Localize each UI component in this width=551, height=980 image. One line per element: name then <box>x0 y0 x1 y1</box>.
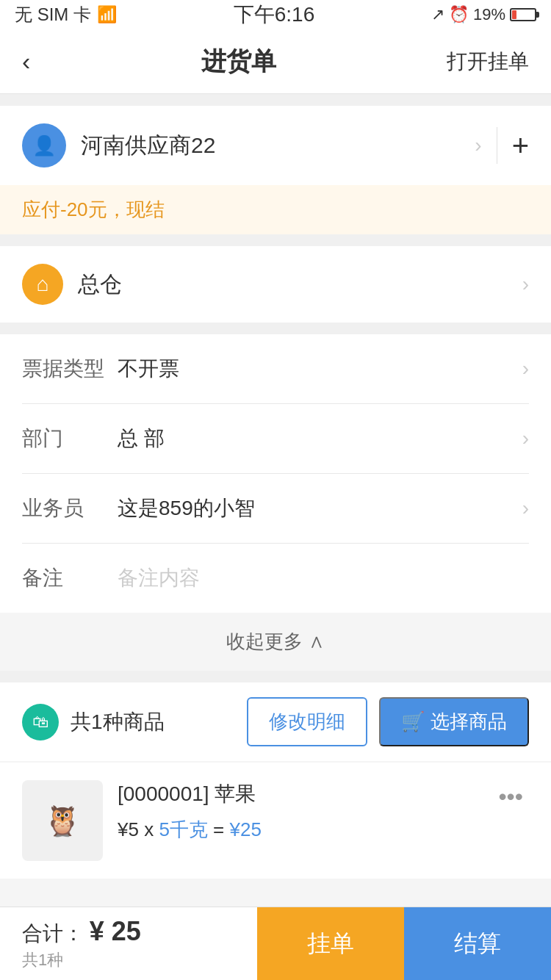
remark-input[interactable]: 备注内容 <box>118 564 529 592</box>
total-label: 合计： <box>22 922 84 945</box>
select-product-label: 选择商品 <box>431 709 507 735</box>
product-price: ¥5 x 5千克 = ¥25 <box>118 817 478 843</box>
supplier-chevron-icon: › <box>475 134 481 157</box>
supplier-section: 👤 河南供应商22 › + 应付-20元，现结 <box>0 106 551 234</box>
supplier-divider <box>497 127 497 164</box>
select-product-button[interactable]: 🛒 选择商品 <box>379 697 529 746</box>
products-header: 🛍 共1种商品 修改明细 🛒 选择商品 <box>0 682 551 761</box>
open-pending-button[interactable]: 打开挂单 <box>447 48 529 76</box>
staff-row[interactable]: 业务员 这是859的小智 › <box>0 474 551 543</box>
nav-bar: ‹ 进货单 打开挂单 <box>0 29 551 94</box>
department-value: 总 部 <box>118 425 522 453</box>
suspend-button[interactable]: 挂单 <box>257 907 404 981</box>
warehouse-section: ⌂ 总仓 › <box>0 246 551 323</box>
product-item: 🦉 [0000001] 苹果 ¥5 x 5千克 = ¥25 ••• <box>0 763 551 879</box>
remark-label: 备注 <box>22 564 118 592</box>
add-button[interactable]: + <box>512 129 529 162</box>
page-title: 进货单 <box>201 45 276 79</box>
status-left: 无 SIM 卡 📶 <box>15 3 117 26</box>
product-name: [0000001] 苹果 <box>118 780 478 808</box>
select-product-icon: 🛒 <box>401 710 425 733</box>
invoice-type-value: 不开票 <box>118 355 522 383</box>
supplier-avatar: 👤 <box>22 123 66 167</box>
divider-1 <box>0 234 551 246</box>
alarm-icon: ⏰ <box>449 5 469 24</box>
equals-sign: = <box>213 818 229 840</box>
divider-3 <box>0 671 551 682</box>
carrier-label: 无 SIM 卡 <box>15 3 91 26</box>
edit-detail-button[interactable]: 修改明细 <box>247 697 367 746</box>
staff-chevron-icon: › <box>522 497 529 520</box>
products-count: 共1种商品 <box>71 708 247 736</box>
remark-row[interactable]: 备注 备注内容 <box>0 544 551 613</box>
department-chevron-icon: › <box>522 427 529 450</box>
product-quantity: 5千克 <box>159 818 207 840</box>
supplier-name: 河南供应商22 <box>81 131 475 161</box>
department-row[interactable]: 部门 总 部 › <box>0 404 551 473</box>
total-section: 合计： ¥ 25 共1种 <box>0 916 257 971</box>
checkout-button[interactable]: 结算 <box>404 907 551 981</box>
total-row: 合计： ¥ 25 <box>22 916 235 948</box>
cart-icon: 🛍 <box>32 713 48 732</box>
warehouse-row[interactable]: ⌂ 总仓 › <box>0 246 551 323</box>
warehouse-icon: ⌂ <box>22 264 63 305</box>
warehouse-chevron-icon: › <box>522 273 529 296</box>
product-code: [0000001] <box>118 782 209 805</box>
product-info: [0000001] 苹果 ¥5 x 5千克 = ¥25 <box>118 780 478 843</box>
product-thumbnail: 🦉 <box>22 780 103 861</box>
location-icon: ↗ <box>431 5 444 24</box>
total-count: 共1种 <box>22 949 235 971</box>
product-thumb-icon: 🦉 <box>44 804 81 838</box>
back-button[interactable]: ‹ <box>22 47 30 76</box>
status-time: 下午6:16 <box>234 1 315 29</box>
staff-value: 这是859的小智 <box>118 494 522 522</box>
wifi-icon: 📶 <box>97 5 117 24</box>
department-label: 部门 <box>22 425 118 453</box>
products-icon: 🛍 <box>22 704 59 741</box>
collapse-button[interactable]: 收起更多 ∧ <box>0 613 551 671</box>
status-bar: 无 SIM 卡 📶 下午6:16 ↗ ⏰ 19% <box>0 0 551 29</box>
total-amount: ¥ 25 <box>90 916 141 946</box>
product-title: 苹果 <box>215 782 256 805</box>
product-unit-price: ¥5 <box>118 818 139 840</box>
collapse-label: 收起更多 ∧ <box>226 629 324 655</box>
battery-percent: 19% <box>473 5 505 24</box>
staff-label: 业务员 <box>22 494 118 522</box>
notice-bar: 应付-20元，现结 <box>0 185 551 234</box>
supplier-row: 👤 河南供应商22 › + <box>0 106 551 185</box>
product-total: ¥25 <box>230 818 262 840</box>
divider-2 <box>0 323 551 334</box>
battery-icon <box>510 8 536 21</box>
invoice-type-label: 票据类型 <box>22 355 118 383</box>
battery-fill <box>512 10 516 19</box>
invoice-type-row[interactable]: 票据类型 不开票 › <box>0 334 551 403</box>
warehouse-name: 总仓 <box>78 270 522 300</box>
home-icon: ⌂ <box>37 273 49 296</box>
avatar-icon: 👤 <box>32 134 56 157</box>
product-more-button[interactable]: ••• <box>492 780 529 813</box>
bottom-bar: 合计： ¥ 25 共1种 挂单 结算 <box>0 907 551 980</box>
price-separator: x <box>144 818 159 840</box>
status-right: ↗ ⏰ 19% <box>431 5 536 24</box>
invoice-chevron-icon: › <box>522 357 529 381</box>
top-divider <box>0 94 551 106</box>
form-section: 票据类型 不开票 › 部门 总 部 › 业务员 这是859的小智 › 备注 备注… <box>0 334 551 613</box>
